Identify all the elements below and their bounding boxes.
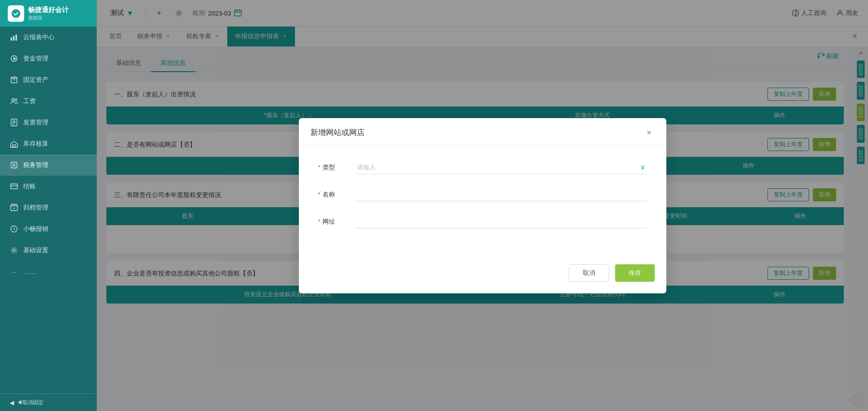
url-input-wrap <box>355 215 647 228</box>
url-input[interactable] <box>355 215 647 228</box>
report-icon <box>10 225 18 233</box>
modal-footer: 取消 保存 <box>299 257 666 293</box>
coin-icon <box>10 54 18 63</box>
sidebar-item-report[interactable]: 小畅报销 <box>0 218 97 240</box>
cancel-btn[interactable]: 取消 <box>569 264 609 282</box>
sidebar-item-more[interactable]: ··· …… <box>0 261 97 282</box>
name-input-wrap <box>355 188 647 201</box>
sidebar-item-invoice[interactable]: 发票管理 <box>0 112 97 133</box>
sidebar: 畅捷通好会计 旗舰版 云报表中心 资金管理 固定资产 <box>0 0 97 411</box>
type-input-wrap: ∨ <box>355 161 647 174</box>
sidebar-item-fund[interactable]: 资金管理 <box>0 48 97 69</box>
sidebar-item-tax-mgmt[interactable]: 税务管理 <box>0 154 97 176</box>
svg-point-5 <box>12 99 15 101</box>
left-arrow-icon: ◀ <box>10 399 14 406</box>
svg-point-6 <box>15 99 17 101</box>
modal-overlay: 新增网站或网店 × * 类型 ∨ <box>97 0 868 411</box>
svg-rect-10 <box>11 184 17 189</box>
archive-icon <box>10 203 18 212</box>
modal-add-website: 新增网站或网店 × * 类型 ∨ <box>299 118 666 293</box>
more-icon: ··· <box>10 267 18 276</box>
box-icon <box>10 76 18 84</box>
form-field-type: * 类型 ∨ <box>318 161 647 174</box>
logo-text: 畅捷通好会计 旗舰版 <box>28 6 69 21</box>
name-label: * 名称 <box>318 190 347 199</box>
modal-header: 新增网站或网店 × <box>299 118 666 146</box>
people-icon <box>10 97 18 106</box>
type-label: * 类型 <box>318 163 347 172</box>
sidebar-item-archive[interactable]: 归档管理 <box>0 197 97 218</box>
logo-icon <box>8 5 24 22</box>
name-input[interactable] <box>355 188 647 201</box>
svg-rect-1 <box>13 36 15 41</box>
tax-icon <box>10 161 18 169</box>
modal-title: 新增网站或网店 <box>310 128 365 138</box>
sidebar-item-cloud-report[interactable]: 云报表中心 <box>0 27 97 48</box>
app-logo: 畅捷通好会计 旗舰版 <box>0 0 97 27</box>
modal-body: * 类型 ∨ * 名称 <box>299 146 666 257</box>
form-field-url: * 网址 <box>318 215 647 228</box>
sidebar-item-settings[interactable]: 基础设置 <box>0 240 97 261</box>
svg-rect-4 <box>11 78 17 83</box>
modal-close-btn[interactable]: × <box>644 127 655 139</box>
invoice-icon <box>10 118 18 127</box>
form-field-name: * 名称 <box>318 188 647 201</box>
sidebar-item-salary[interactable]: 工资 <box>0 91 97 112</box>
svg-rect-2 <box>15 34 17 41</box>
svg-rect-8 <box>13 145 15 147</box>
cancel-fixed-btn[interactable]: ◀ ◀取消固定 <box>0 394 97 411</box>
sidebar-item-checkout[interactable]: 结账 <box>0 176 97 197</box>
chart-bar-icon <box>10 33 18 42</box>
svg-rect-0 <box>11 37 12 41</box>
save-btn[interactable]: 保存 <box>615 264 655 282</box>
svg-point-13 <box>13 249 15 252</box>
settings-icon <box>10 246 18 255</box>
warehouse-icon <box>10 139 18 148</box>
sidebar-item-inventory[interactable]: 库存核算 <box>0 133 97 154</box>
url-label: * 网址 <box>318 217 347 226</box>
sidebar-item-fixed-asset[interactable]: 固定资产 <box>0 69 97 91</box>
checkout-icon <box>10 182 18 191</box>
type-input[interactable] <box>355 161 638 174</box>
type-dropdown-icon[interactable]: ∨ <box>638 163 647 171</box>
